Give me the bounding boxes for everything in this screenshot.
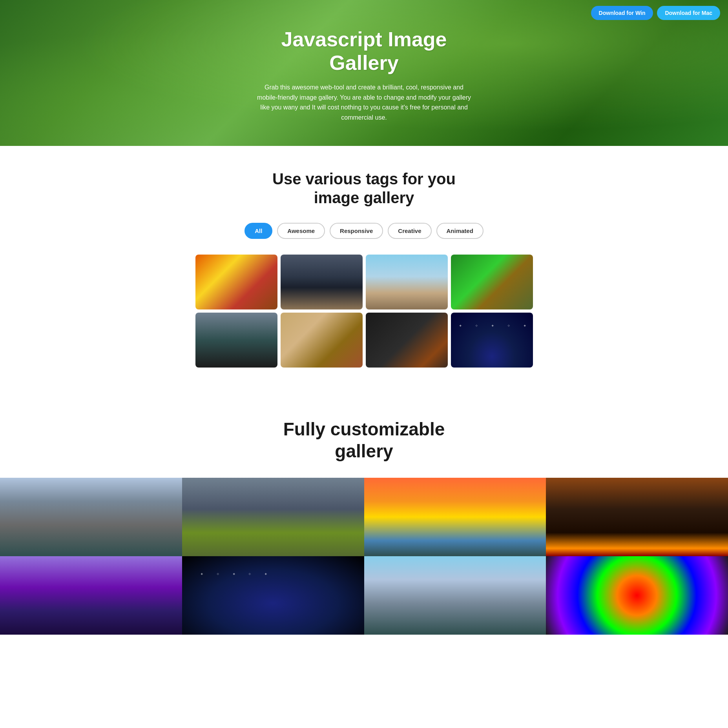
gallery-item[interactable] bbox=[281, 255, 363, 309]
filter-buttons-container: All Awesome Responsive Creative Animated bbox=[8, 223, 720, 239]
full-gallery-item[interactable] bbox=[364, 556, 546, 635]
tags-section: Use various tags for you image gallery A… bbox=[0, 146, 728, 403]
full-gallery-item[interactable] bbox=[182, 478, 364, 556]
download-mac-button[interactable]: Download for Mac bbox=[657, 6, 720, 20]
customizable-section: Fully customizable gallery bbox=[0, 403, 728, 634]
gallery-item[interactable] bbox=[281, 313, 363, 368]
gallery-item[interactable] bbox=[195, 313, 277, 368]
filter-responsive[interactable]: Responsive bbox=[330, 223, 383, 239]
hero-description: Grab this awesome web-tool and create a … bbox=[254, 82, 474, 122]
gallery-item[interactable] bbox=[451, 255, 533, 309]
hero-content: Javascript Image Gallery Grab this aweso… bbox=[254, 27, 474, 122]
filter-awesome[interactable]: Awesome bbox=[277, 223, 325, 239]
hero-section: Download for Win Download for Mac Javasc… bbox=[0, 0, 728, 146]
full-gallery-item[interactable] bbox=[182, 556, 364, 635]
full-gallery bbox=[0, 478, 728, 635]
gallery-item[interactable] bbox=[195, 255, 277, 309]
full-gallery-item[interactable] bbox=[364, 478, 546, 556]
full-gallery-item[interactable] bbox=[546, 478, 728, 556]
download-win-button[interactable]: Download for Win bbox=[591, 6, 653, 20]
filter-all[interactable]: All bbox=[244, 223, 272, 239]
download-buttons: Download for Win Download for Mac bbox=[591, 6, 720, 20]
hero-title: Javascript Image Gallery bbox=[254, 27, 474, 75]
full-gallery-item[interactable] bbox=[0, 478, 182, 556]
gallery-grid bbox=[188, 255, 541, 368]
full-gallery-item[interactable] bbox=[0, 556, 182, 635]
gallery-item[interactable] bbox=[366, 313, 448, 368]
tags-heading: Use various tags for you image gallery bbox=[8, 169, 720, 207]
filter-creative[interactable]: Creative bbox=[388, 223, 431, 239]
customizable-heading: Fully customizable gallery bbox=[0, 419, 728, 462]
gallery-item[interactable] bbox=[366, 255, 448, 309]
full-gallery-item[interactable] bbox=[546, 556, 728, 635]
gallery-item[interactable] bbox=[451, 313, 533, 368]
filter-animated[interactable]: Animated bbox=[436, 223, 484, 239]
